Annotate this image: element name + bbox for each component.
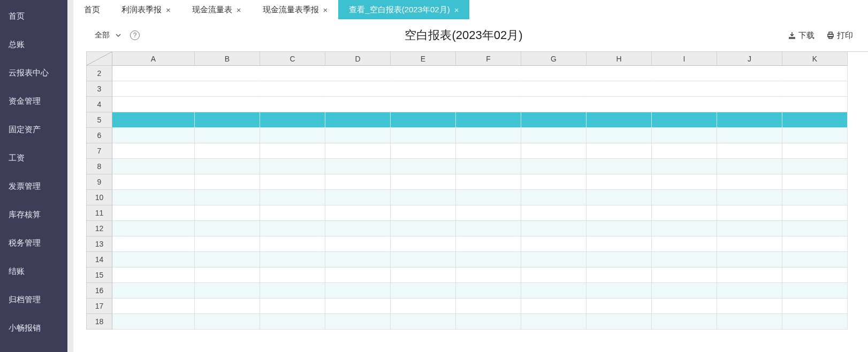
cell-A15[interactable] (112, 267, 195, 283)
cell-C10[interactable] (260, 190, 325, 205)
cell-H12[interactable] (587, 221, 652, 236)
cell-E17[interactable] (391, 299, 456, 314)
cell-J9[interactable] (717, 174, 782, 190)
cell-H14[interactable] (587, 252, 652, 267)
cell-I13[interactable] (652, 236, 717, 252)
cell-I11[interactable] (652, 205, 717, 221)
cell-K5[interactable] (782, 112, 848, 128)
sidebar-item-3[interactable]: 资金管理 (0, 87, 67, 116)
cell-E13[interactable] (391, 236, 456, 252)
cell-F4[interactable] (456, 97, 521, 112)
cell-E12[interactable] (391, 221, 456, 236)
cell-B13[interactable] (195, 236, 260, 252)
cell-E11[interactable] (391, 205, 456, 221)
cell-H7[interactable] (587, 143, 652, 159)
cell-I2[interactable] (652, 66, 717, 81)
cell-D3[interactable] (325, 81, 391, 97)
cell-A4[interactable] (112, 97, 195, 112)
cell-G6[interactable] (521, 128, 587, 143)
cell-B15[interactable] (195, 267, 260, 283)
cell-I3[interactable] (652, 81, 717, 97)
cell-G13[interactable] (521, 236, 587, 252)
cell-A17[interactable] (112, 299, 195, 314)
cell-J14[interactable] (717, 252, 782, 267)
cell-G17[interactable] (521, 299, 587, 314)
cell-F9[interactable] (456, 174, 521, 190)
cell-G9[interactable] (521, 174, 587, 190)
cell-D8[interactable] (325, 159, 391, 174)
spreadsheet[interactable]: ABCDEFGHIJK23456789101112131415161718 (73, 51, 868, 352)
cell-J15[interactable] (717, 267, 782, 283)
cell-J8[interactable] (717, 159, 782, 174)
cell-C5[interactable] (260, 112, 325, 128)
filter-dropdown[interactable]: 全部 ? (95, 30, 140, 40)
cell-K18[interactable] (782, 314, 848, 330)
row-header-14[interactable]: 14 (87, 252, 112, 267)
cell-C15[interactable] (260, 267, 325, 283)
cell-C3[interactable] (260, 81, 325, 97)
cell-H15[interactable] (587, 267, 652, 283)
cell-G2[interactable] (521, 66, 587, 81)
cell-E9[interactable] (391, 174, 456, 190)
sidebar-item-9[interactable]: 结账 (0, 257, 67, 286)
column-header-F[interactable]: F (456, 52, 521, 66)
cell-J10[interactable] (717, 190, 782, 205)
cell-E18[interactable] (391, 314, 456, 330)
sidebar-item-4[interactable]: 固定资产 (0, 116, 67, 144)
row-header-13[interactable]: 13 (87, 236, 112, 252)
cell-B9[interactable] (195, 174, 260, 190)
cell-J3[interactable] (717, 81, 782, 97)
cell-F6[interactable] (456, 128, 521, 143)
cell-A9[interactable] (112, 174, 195, 190)
tab-4[interactable]: 查看_空白报表(2023年02月)× (338, 0, 469, 19)
print-button[interactable]: 打印 (826, 30, 853, 41)
cell-D6[interactable] (325, 128, 391, 143)
cell-D11[interactable] (325, 205, 391, 221)
cell-F11[interactable] (456, 205, 521, 221)
cell-I4[interactable] (652, 97, 717, 112)
cell-H9[interactable] (587, 174, 652, 190)
cell-H6[interactable] (587, 128, 652, 143)
cell-E7[interactable] (391, 143, 456, 159)
cell-B3[interactable] (195, 81, 260, 97)
cell-H5[interactable] (587, 112, 652, 128)
cell-D2[interactable] (325, 66, 391, 81)
cell-J13[interactable] (717, 236, 782, 252)
cell-F18[interactable] (456, 314, 521, 330)
row-header-7[interactable]: 7 (87, 143, 112, 159)
cell-E6[interactable] (391, 128, 456, 143)
cell-A3[interactable] (112, 81, 195, 97)
cell-H4[interactable] (587, 97, 652, 112)
sidebar-item-2[interactable]: 云报表中心 (0, 59, 67, 87)
cell-K11[interactable] (782, 205, 848, 221)
cell-A11[interactable] (112, 205, 195, 221)
cell-A14[interactable] (112, 252, 195, 267)
cell-K15[interactable] (782, 267, 848, 283)
cell-G3[interactable] (521, 81, 587, 97)
cell-E4[interactable] (391, 97, 456, 112)
row-header-10[interactable]: 10 (87, 190, 112, 205)
cell-B18[interactable] (195, 314, 260, 330)
cell-F15[interactable] (456, 267, 521, 283)
cell-D10[interactable] (325, 190, 391, 205)
cell-J5[interactable] (717, 112, 782, 128)
cell-I8[interactable] (652, 159, 717, 174)
cell-F16[interactable] (456, 283, 521, 299)
cell-K3[interactable] (782, 81, 848, 97)
row-header-3[interactable]: 3 (87, 81, 112, 97)
sidebar-item-11[interactable]: 小畅报销 (0, 314, 67, 342)
row-header-6[interactable]: 6 (87, 128, 112, 143)
cell-I10[interactable] (652, 190, 717, 205)
cell-C9[interactable] (260, 174, 325, 190)
cell-D5[interactable] (325, 112, 391, 128)
cell-G7[interactable] (521, 143, 587, 159)
cell-J16[interactable] (717, 283, 782, 299)
cell-F12[interactable] (456, 221, 521, 236)
column-header-I[interactable]: I (652, 52, 717, 66)
cell-K4[interactable] (782, 97, 848, 112)
cell-H13[interactable] (587, 236, 652, 252)
cell-H3[interactable] (587, 81, 652, 97)
sidebar-item-5[interactable]: 工资 (0, 144, 67, 172)
cell-K7[interactable] (782, 143, 848, 159)
cell-K8[interactable] (782, 159, 848, 174)
